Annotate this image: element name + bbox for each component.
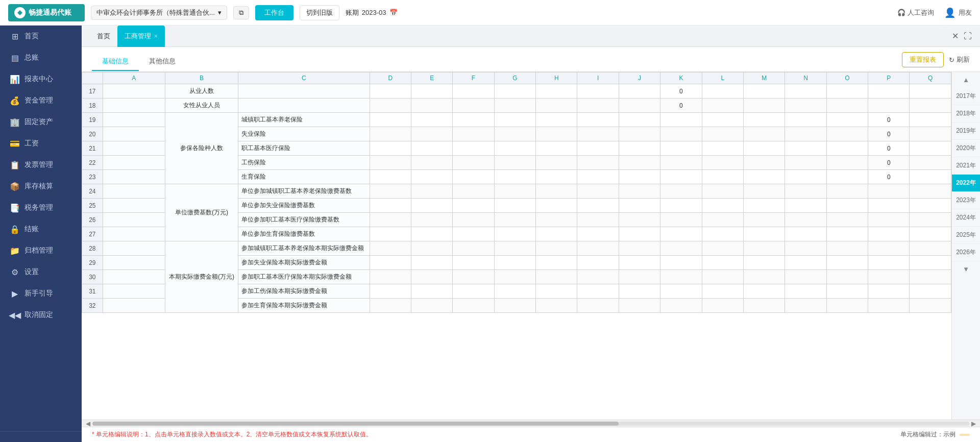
calendar-icon[interactable]: 📅: [389, 9, 398, 16]
sidebar-item-ledger[interactable]: ▤ 总账: [0, 47, 82, 68]
cell-27-C[interactable]: 单位参加生育保险缴费基数: [238, 227, 370, 241]
sidebar-item-report[interactable]: 📊 报表中心: [0, 68, 82, 90]
cell-23-P[interactable]: 0: [868, 170, 910, 184]
cell-24-F[interactable]: [453, 184, 494, 199]
sidebar-item-tax[interactable]: 📑 税务管理: [0, 197, 82, 218]
cell-17-G[interactable]: [494, 84, 535, 99]
cell-32-A[interactable]: [103, 299, 165, 313]
cell-17-A[interactable]: [103, 84, 165, 99]
h-scroll-thumb[interactable]: [92, 422, 619, 426]
cell-27-M[interactable]: [743, 227, 785, 241]
refresh-button[interactable]: ↻ 刷新: [949, 52, 970, 67]
cell-25-H[interactable]: [536, 199, 577, 213]
cell-17-F[interactable]: [453, 84, 494, 99]
cell-26-L[interactable]: [702, 213, 743, 227]
cell-29-I[interactable]: [577, 256, 619, 270]
cell-28-M[interactable]: [743, 241, 785, 256]
cell-17-P[interactable]: [868, 84, 910, 99]
cell-17-D[interactable]: [370, 84, 411, 99]
cell-32-K[interactable]: [660, 299, 702, 313]
cell-22-D[interactable]: [370, 156, 411, 170]
cell-28-H[interactable]: [536, 241, 577, 256]
cell-23-Q[interactable]: [910, 170, 951, 184]
cell-29-O[interactable]: [826, 256, 868, 270]
year-item-2023年[interactable]: 2023年: [952, 192, 980, 209]
cell-27-G[interactable]: [494, 227, 535, 241]
workbench-button[interactable]: 工作台: [255, 5, 293, 20]
cell-21-I[interactable]: [577, 141, 619, 156]
cell-23-F[interactable]: [453, 170, 494, 184]
cell-32-N[interactable]: [785, 299, 826, 313]
cell-18-Q[interactable]: [910, 99, 951, 113]
cell-19-B[interactable]: 参保各险种人数: [165, 113, 238, 184]
cell-24-A[interactable]: [103, 184, 165, 199]
cell-32-I[interactable]: [577, 299, 619, 313]
cell-21-G[interactable]: [494, 141, 535, 156]
cell-17-K[interactable]: 0: [660, 84, 702, 99]
cell-31-I[interactable]: [577, 284, 619, 299]
cell-26-O[interactable]: [826, 213, 868, 227]
cell-31-M[interactable]: [743, 284, 785, 299]
cell-18-I[interactable]: [577, 99, 619, 113]
cell-20-M[interactable]: [743, 127, 785, 141]
cell-23-N[interactable]: [785, 170, 826, 184]
cell-32-G[interactable]: [494, 299, 535, 313]
cell-19-P[interactable]: 0: [868, 113, 910, 127]
cell-26-A[interactable]: [103, 213, 165, 227]
cell-31-F[interactable]: [453, 284, 494, 299]
cell-17-B[interactable]: 从业人数: [165, 84, 238, 99]
cell-19-I[interactable]: [577, 113, 619, 127]
cell-27-H[interactable]: [536, 227, 577, 241]
cell-23-D[interactable]: [370, 170, 411, 184]
cell-32-J[interactable]: [619, 299, 660, 313]
cell-21-M[interactable]: [743, 141, 785, 156]
sidebar-item-capital[interactable]: 💰 资金管理: [0, 90, 82, 111]
cell-23-G[interactable]: [494, 170, 535, 184]
cell-29-J[interactable]: [619, 256, 660, 270]
cell-32-H[interactable]: [536, 299, 577, 313]
cell-27-I[interactable]: [577, 227, 619, 241]
sidebar-item-home[interactable]: ⊞ 首页: [0, 26, 82, 47]
cell-29-A[interactable]: [103, 256, 165, 270]
cell-18-E[interactable]: [411, 99, 452, 113]
sub-tab-basic[interactable]: 基础信息: [92, 53, 139, 71]
cell-26-K[interactable]: [660, 213, 702, 227]
sidebar-item-settings[interactable]: ⚙ 设置: [0, 261, 82, 283]
cell-24-J[interactable]: [619, 184, 660, 199]
cell-24-I[interactable]: [577, 184, 619, 199]
year-item-2020年[interactable]: 2020年: [952, 140, 980, 157]
cell-22-F[interactable]: [453, 156, 494, 170]
cell-30-C[interactable]: 参加职工基本医疗保险本期实际缴费金额: [238, 270, 370, 284]
cell-28-P[interactable]: [868, 241, 910, 256]
cell-20-F[interactable]: [453, 127, 494, 141]
cell-20-L[interactable]: [702, 127, 743, 141]
cell-23-M[interactable]: [743, 170, 785, 184]
cell-23-C[interactable]: 生育保险: [238, 170, 370, 184]
cell-19-M[interactable]: [743, 113, 785, 127]
cell-18-B[interactable]: 女性从业人员: [165, 99, 238, 113]
year-item-2018年[interactable]: 2018年: [952, 105, 980, 122]
cell-17-H[interactable]: [536, 84, 577, 99]
cell-31-L[interactable]: [702, 284, 743, 299]
cell-27-P[interactable]: [868, 227, 910, 241]
cell-23-K[interactable]: [660, 170, 702, 184]
cell-30-H[interactable]: [536, 270, 577, 284]
cell-23-H[interactable]: [536, 170, 577, 184]
cell-21-N[interactable]: [785, 141, 826, 156]
cell-30-I[interactable]: [577, 270, 619, 284]
cell-29-G[interactable]: [494, 256, 535, 270]
cell-18-P[interactable]: [868, 99, 910, 113]
cell-32-D[interactable]: [370, 299, 411, 313]
cell-26-C[interactable]: 单位参加职工基本医疗保险缴费基数: [238, 213, 370, 227]
year-item-2026年[interactable]: 2026年: [952, 244, 980, 261]
cell-22-K[interactable]: [660, 156, 702, 170]
cell-24-E[interactable]: [411, 184, 452, 199]
cell-18-M[interactable]: [743, 99, 785, 113]
cell-31-H[interactable]: [536, 284, 577, 299]
cell-17-M[interactable]: [743, 84, 785, 99]
sub-tab-other[interactable]: 其他信息: [139, 53, 186, 71]
year-item-2022年[interactable]: 2022年: [952, 175, 980, 192]
cell-27-A[interactable]: [103, 227, 165, 241]
cell-29-F[interactable]: [453, 256, 494, 270]
year-item-2024年[interactable]: 2024年: [952, 209, 980, 227]
